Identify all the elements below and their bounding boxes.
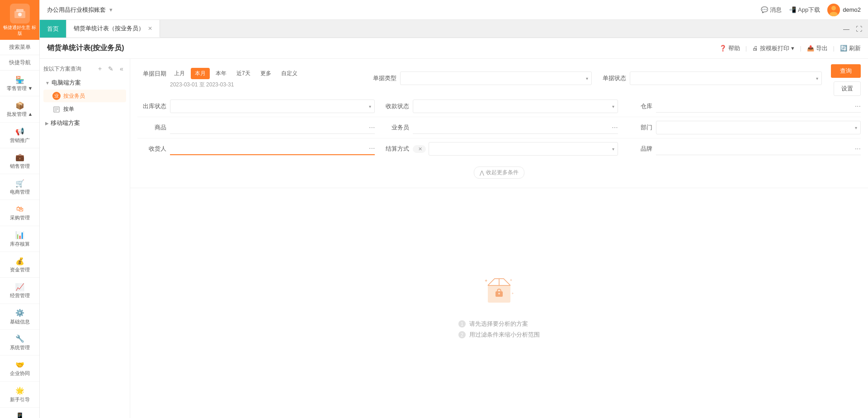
doc-status-select-wrapper: ▾ xyxy=(630,71,822,85)
sidebar-item-sales[interactable]: 💼 销售管理 xyxy=(0,148,39,174)
date-btn-this-month[interactable]: 本月 xyxy=(191,68,210,79)
edit-scheme-icon[interactable]: ✎ xyxy=(106,64,115,73)
print-button[interactable]: 🖨 按模板打印 ▾ xyxy=(752,44,794,52)
settlement-select[interactable] xyxy=(429,142,618,156)
scheme-header: 按以下方案查询 ＋ ✎ « xyxy=(43,64,126,73)
sidebar-item-operation[interactable]: 📈 经营管理 xyxy=(0,278,39,304)
filter-salesperson-row: 业务员 ··· xyxy=(380,121,618,134)
settings-button[interactable]: 设置 xyxy=(834,81,861,96)
help-button[interactable]: ❓ 帮助 xyxy=(719,44,740,52)
app-download-button[interactable]: 📲 App下载 xyxy=(789,6,820,14)
refresh-icon: 🔄 xyxy=(840,45,847,52)
header-title: 办公用品行业模拟账套 xyxy=(47,6,106,14)
filter-warehouse-row: 仓库 ··· xyxy=(623,100,861,113)
sidebar-item-apps[interactable]: 📱 应用中心 xyxy=(0,408,39,418)
msg-button[interactable]: 💬 消息 xyxy=(761,6,782,14)
department-select[interactable] xyxy=(656,121,861,134)
salesperson-label: 业务员 xyxy=(380,124,409,132)
add-scheme-icon[interactable]: ＋ xyxy=(95,64,104,73)
date-btn-custom[interactable]: 自定义 xyxy=(277,68,302,79)
collapse-arrow-icon: ⋀ xyxy=(480,170,484,176)
user-info[interactable]: demo2 xyxy=(827,4,861,16)
scheme-item-icon: 业 xyxy=(52,92,61,100)
empty-step-1: 1 xyxy=(458,320,466,328)
doc-status-label: 单据状态 xyxy=(597,74,626,82)
divider2: | xyxy=(800,45,801,52)
scheme-item-order[interactable]: 按单 xyxy=(43,103,126,115)
export-button[interactable]: 📤 导出 xyxy=(807,44,828,52)
empty-text-2: 用过滤条件来缩小分析范围 xyxy=(469,331,540,339)
page-title: 销货单统计表(按业务员) xyxy=(47,43,124,53)
export-icon: 📤 xyxy=(807,45,814,52)
main-content: 办公用品行业模拟账套 ▾ 💬 消息 📲 App下载 demo2 xyxy=(40,0,868,418)
date-range-text: 2023-03-01 至 2023-03-31 xyxy=(170,81,234,88)
sidebar-item-enterprise[interactable]: 🤝 企业协同 xyxy=(0,356,39,381)
date-btn-more[interactable]: 更多 xyxy=(256,68,275,79)
date-btn-last-month[interactable]: 上月 xyxy=(170,68,189,79)
receiver-input[interactable] xyxy=(170,145,367,152)
department-select-wrapper: ▾ xyxy=(656,121,861,134)
filter-department-row: 部门 ▾ xyxy=(623,121,861,134)
warehouse-more-icon[interactable]: ··· xyxy=(855,102,861,110)
sidebar-item-marketing[interactable]: 📢 营销推广 xyxy=(0,123,39,148)
app-logo[interactable]: 畅捷通好生意 标版 xyxy=(0,0,39,40)
sidebar-quick[interactable]: 快捷导航 xyxy=(0,55,39,71)
sales-icon: 💼 xyxy=(15,153,24,162)
scheme-header-title: 按以下方案查询 xyxy=(43,65,81,73)
header-dropdown-icon[interactable]: ▾ xyxy=(109,6,113,13)
collapse-button[interactable]: ⋀ 收起更多条件 xyxy=(474,166,524,179)
scheme-panel: 按以下方案查询 ＋ ✎ « ▼ 电脑端方案 业 xyxy=(40,59,130,418)
tab-sales-stat[interactable]: 销货单统计表（按业务员） ✕ xyxy=(66,20,160,38)
sidebar-item-ecommerce[interactable]: 🛒 电商管理 xyxy=(0,174,39,200)
tab-close-icon[interactable]: ✕ xyxy=(148,25,152,32)
sidebar-item-wholesale[interactable]: 📦 批发管理 ▲ xyxy=(0,96,39,122)
scheme-group-mobile: ▶ 移动端方案 xyxy=(43,117,126,129)
filter-collapse-area: ⋀ 收起更多条件 xyxy=(137,163,861,182)
sidebar-item-retail[interactable]: 🏪 零售管理 ▼ xyxy=(0,71,39,96)
search-label: 搜索菜单 xyxy=(9,44,31,50)
tab-maximize-button[interactable]: ⛶ xyxy=(854,24,864,34)
goods-more-icon[interactable]: ··· xyxy=(369,124,375,132)
out-status-select[interactable] xyxy=(170,100,375,113)
filter-panel: 单据日期 上月 本月 本年 近7天 更多 自定义 xyxy=(130,59,868,418)
sidebar-item-basic[interactable]: ⚙️ 基础信息 xyxy=(0,304,39,330)
empty-text-1: 请先选择要分析的方案 xyxy=(469,320,528,328)
purchase-icon: 🛍 xyxy=(15,204,24,214)
sidebar-item-label: 经营管理 xyxy=(10,292,30,299)
doc-status-select[interactable] xyxy=(630,71,822,85)
scheme-group-pc: ▼ 电脑端方案 业 按业务员 按单 xyxy=(43,77,126,115)
sidebar-item-finance[interactable]: 💰 资金管理 xyxy=(0,252,39,278)
filter-brand-row: 品牌 ··· xyxy=(623,142,861,156)
divider: | xyxy=(745,45,747,52)
date-btn-7days[interactable]: 近7天 xyxy=(232,68,255,79)
receiver-more-icon[interactable]: ··· xyxy=(369,144,375,152)
scheme-group-pc-header[interactable]: ▼ 电脑端方案 xyxy=(43,77,126,89)
sidebar-item-label: 销售管理 xyxy=(10,163,30,169)
tab-home[interactable]: 首页 xyxy=(40,20,66,38)
operation-icon: 📈 xyxy=(15,282,24,291)
brand-more-icon[interactable]: ··· xyxy=(855,145,861,153)
scheme-item-salesperson[interactable]: 业 按业务员 xyxy=(43,90,126,102)
collapse-scheme-icon[interactable]: « xyxy=(117,64,126,73)
receipt-status-select[interactable] xyxy=(413,100,618,113)
svg-point-13 xyxy=(498,293,500,294)
query-button[interactable]: 查询 xyxy=(831,64,861,78)
settlement-tag-close-icon[interactable]: ✕ xyxy=(418,146,422,152)
content-area: 销货单统计表(按业务员) ❓ 帮助 | 🖨 按模板打印 ▾ | 📤 xyxy=(40,38,868,418)
enterprise-icon: 🤝 xyxy=(15,360,24,369)
refresh-button[interactable]: 🔄 刷新 xyxy=(840,44,861,52)
salesperson-more-icon[interactable]: ··· xyxy=(612,124,618,132)
scheme-group-mobile-header[interactable]: ▶ 移动端方案 xyxy=(43,117,126,129)
tab-minimize-button[interactable]: — xyxy=(841,24,852,34)
sidebar-item-guide[interactable]: 🌟 新手引导 xyxy=(0,382,39,408)
sidebar-item-purchase[interactable]: 🛍 采购管理 xyxy=(0,200,39,226)
sidebar-item-label: 零售管理 ▼ xyxy=(7,85,33,91)
sidebar-search[interactable]: 搜索菜单 xyxy=(0,40,39,55)
doc-type-select[interactable] xyxy=(400,71,592,85)
date-btn-this-year[interactable]: 本年 xyxy=(212,68,231,79)
filter-doc-type-cell: 单据类型 ▾ xyxy=(368,64,592,92)
out-status-label: 出库状态 xyxy=(137,102,166,110)
sidebar-item-inventory[interactable]: 📊 库存核算 xyxy=(0,226,39,252)
scheme-header-actions: ＋ ✎ « xyxy=(95,64,126,73)
sidebar-item-system[interactable]: 🔧 系统管理 xyxy=(0,330,39,356)
